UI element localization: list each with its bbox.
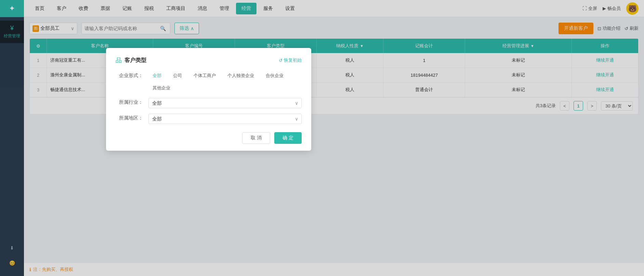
industry-label: 所属行业： — [116, 98, 143, 105]
region-select[interactable]: 全部 — [148, 114, 302, 124]
enterprise-option-sole[interactable]: 个人独资企业 — [223, 71, 258, 80]
industry-select[interactable]: 全部 — [148, 98, 302, 108]
confirm-button[interactable]: 确 定 — [274, 132, 302, 144]
filter-modal: 品 客户类型 ↺ 恢复初始 企业形式： 全部 公司 个体工商户 个人独资企业 合… — [106, 48, 311, 151]
enterprise-option-all[interactable]: 全部 — [148, 71, 166, 80]
region-select-wrap: 全部 ∨ — [148, 114, 302, 124]
modal-footer: 取 消 确 定 — [116, 132, 302, 144]
reset-icon: ↺ — [279, 58, 282, 63]
modal-title-icon: 品 — [116, 56, 122, 64]
enterprise-options: 全部 公司 个体工商户 个人独资企业 合伙企业 其他企业 — [148, 71, 302, 92]
enterprise-option-company[interactable]: 公司 — [169, 71, 186, 80]
modal-overlay[interactable]: 品 客户类型 ↺ 恢复初始 企业形式： 全部 公司 个体工商户 个人独资企业 合… — [0, 0, 644, 276]
region-label: 所属地区： — [116, 114, 143, 121]
cancel-button[interactable]: 取 消 — [242, 132, 270, 144]
modal-title-text: 客户类型 — [124, 57, 276, 64]
enterprise-option-individual[interactable]: 个体工商户 — [189, 71, 220, 80]
enterprise-option-other[interactable]: 其他企业 — [148, 84, 174, 92]
enterprise-label: 企业形式： — [116, 71, 143, 79]
modal-region-row: 所属地区： 全部 ∨ — [116, 114, 302, 124]
reset-button[interactable]: ↺ 恢复初始 — [279, 57, 302, 63]
industry-select-wrap: 全部 ∨ — [148, 98, 302, 108]
modal-industry-row: 所属行业： 全部 ∨ — [116, 98, 302, 108]
enterprise-option-partnership[interactable]: 合伙企业 — [262, 71, 288, 80]
modal-title: 品 客户类型 ↺ 恢复初始 — [116, 56, 302, 64]
modal-enterprise-row: 企业形式： 全部 公司 个体工商户 个人独资企业 合伙企业 其他企业 — [116, 71, 302, 92]
